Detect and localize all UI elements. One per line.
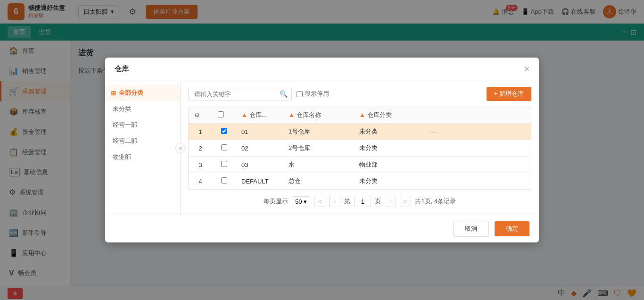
grid-icon: ⊞ xyxy=(111,90,116,97)
row-actions-2[interactable] xyxy=(424,157,531,173)
last-page-button[interactable]: ⊳ xyxy=(400,196,411,207)
confirm-button[interactable]: 确定 xyxy=(495,221,529,236)
category-sidebar: ⊞ 全部分类 未分类 经营一部 经营二部 物业部 « xyxy=(105,81,181,215)
search-box: 🔍 xyxy=(188,88,292,100)
col-checkbox xyxy=(212,107,236,124)
collapse-sidebar-button[interactable]: « xyxy=(175,143,186,153)
row-code-0: 01 xyxy=(236,124,283,140)
modal-overlay: 仓库 × ⊞ 全部分类 未分类 经营一部 经营二部 xyxy=(0,0,644,300)
row-code-1: 02 xyxy=(236,140,283,157)
prev-page-button[interactable]: ‹ xyxy=(329,196,340,207)
category-item-property[interactable]: 物业部 xyxy=(105,149,180,165)
col-name-header: ▲ 仓库名称 xyxy=(283,107,354,124)
page-total-info: 共1页, 4条记录 xyxy=(415,197,456,206)
row-category-3: 未分类 xyxy=(354,173,424,190)
row-actions-3[interactable] xyxy=(424,173,531,190)
modal-pagination: 每页显示 50 ▾ ⊲ ‹ 第 页 › ⊳ 共1页, 4条记录 xyxy=(188,190,531,209)
category-item-unclassified[interactable]: 未分类 xyxy=(105,101,180,117)
warehouse-modal: 仓库 × ⊞ 全部分类 未分类 经营一部 经营二部 xyxy=(105,58,539,242)
col-actions-header xyxy=(424,107,531,124)
next-page-button[interactable]: › xyxy=(385,196,396,207)
cancel-button[interactable]: 取消 xyxy=(453,221,489,237)
warehouse-table: ⚙ ▲ 仓库... ▲ xyxy=(188,107,531,190)
row-name-3: 总仓 xyxy=(283,173,354,190)
page-prefix-label: 第 xyxy=(344,197,350,206)
col-category-header: ▲ 仓库分类 xyxy=(354,107,424,124)
row-checkbox-3[interactable] xyxy=(212,173,236,190)
modal-toolbar: 🔍 显示停用 + 新增仓库 xyxy=(188,87,531,101)
row-name-2: 水 xyxy=(283,157,354,173)
row-actions-0[interactable]: ··· xyxy=(424,124,531,140)
per-page-dropdown-icon: ▾ xyxy=(304,198,307,205)
first-page-button[interactable]: ⊲ xyxy=(314,196,325,207)
show-disabled-label[interactable]: 显示停用 xyxy=(297,90,329,98)
modal-close-button[interactable]: × xyxy=(524,64,529,74)
category-item-ops1[interactable]: 经营一部 xyxy=(105,117,180,133)
row-checkbox-2[interactable] xyxy=(212,157,236,173)
col-code-header: ▲ 仓库... xyxy=(236,107,283,124)
table-row: 1 01 1号仓库 未分类 ··· xyxy=(189,124,531,140)
col-gear: ⚙ xyxy=(189,107,212,124)
row-num-1: 2 xyxy=(189,140,212,157)
show-disabled-checkbox[interactable] xyxy=(297,91,303,97)
row-checkbox-0[interactable] xyxy=(212,124,236,140)
row-category-2: 物业部 xyxy=(354,157,424,173)
search-icon[interactable]: 🔍 xyxy=(280,90,288,98)
row-code-2: 03 xyxy=(236,157,283,173)
all-categories-item[interactable]: ⊞ 全部分类 xyxy=(105,85,180,101)
row-num-2: 3 xyxy=(189,157,212,173)
modal-header: 仓库 × xyxy=(105,58,539,81)
row-num-0: 1 xyxy=(189,124,212,140)
table-row: 4 DEFAULT 总仓 未分类 xyxy=(189,173,531,190)
category-item-ops2[interactable]: 经营二部 xyxy=(105,133,180,149)
table-row: 3 03 水 物业部 xyxy=(189,157,531,173)
select-all-checkbox[interactable] xyxy=(218,111,224,117)
row-category-1: 未分类 xyxy=(354,140,424,157)
modal-title: 仓库 xyxy=(115,65,129,74)
row-actions-1[interactable] xyxy=(424,140,531,157)
modal-footer: 取消 确定 xyxy=(105,215,539,242)
table-row: 2 02 2号仓库 未分类 xyxy=(189,140,531,157)
row-name-1: 2号仓库 xyxy=(283,140,354,157)
search-input[interactable] xyxy=(192,88,280,100)
page-number-input[interactable] xyxy=(354,196,371,207)
row-checkbox-1[interactable] xyxy=(212,140,236,157)
row-name-0: 1号仓库 xyxy=(283,124,354,140)
table-header-row: ⚙ ▲ 仓库... ▲ xyxy=(189,107,531,124)
add-warehouse-button[interactable]: + 新增仓库 xyxy=(487,87,531,101)
page-suffix-label: 页 xyxy=(375,197,381,206)
modal-main-content: 🔍 显示停用 + 新增仓库 ⚙ xyxy=(181,81,539,215)
row-category-0: 未分类 xyxy=(354,124,424,140)
per-page-select[interactable]: 50 ▾ xyxy=(292,196,310,207)
row-num-3: 4 xyxy=(189,173,212,190)
row-code-3: DEFAULT xyxy=(236,173,283,190)
per-page-label: 每页显示 xyxy=(264,197,288,206)
modal-body: ⊞ 全部分类 未分类 经营一部 经营二部 物业部 « xyxy=(105,81,539,215)
